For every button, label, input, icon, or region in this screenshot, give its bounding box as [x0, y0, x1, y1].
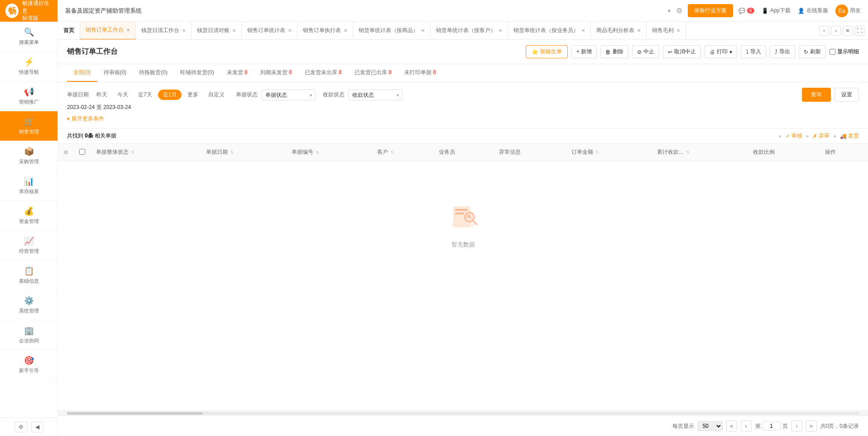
settings-bottom-btn[interactable]: ⚙: [14, 422, 28, 432]
filter-date-1month[interactable]: 近1月: [158, 90, 182, 100]
app-download-label: App下载: [770, 7, 791, 14]
logo-text: 畅捷通好生意 标准版: [22, 0, 52, 22]
tab-close-sales-order[interactable]: ✕: [126, 28, 130, 33]
reject-btn[interactable]: ✗ 弃审: [813, 132, 830, 140]
setting-btn[interactable]: 设置: [834, 88, 859, 102]
sort-collected-icon[interactable]: ⇅: [686, 150, 690, 155]
tab-close-stats-product[interactable]: ✕: [421, 28, 425, 33]
filter-collect-select[interactable]: 收款状态: [348, 90, 403, 100]
tab-close-sales-exec[interactable]: ✕: [344, 28, 347, 33]
sort-date-icon[interactable]: ⇅: [230, 150, 234, 155]
tab-cash-daily[interactable]: 钱货日清工作台 ✕: [136, 22, 192, 40]
new-btn[interactable]: + 新增: [571, 45, 597, 58]
industry-btn[interactable]: 体验行业方案: [688, 4, 733, 17]
settings-header-icon[interactable]: ⚙: [676, 6, 682, 15]
query-btn[interactable]: 查询: [802, 88, 831, 102]
last-page-btn[interactable]: »: [806, 421, 817, 431]
tab-close-stats-customer[interactable]: ✕: [499, 28, 502, 33]
filter-date-today[interactable]: 今天: [113, 90, 132, 100]
select-all-checkbox[interactable]: [79, 149, 85, 155]
scrollbar-thumb[interactable]: [67, 412, 203, 415]
sidebar-item-quicknav[interactable]: ⚡ 快捷导航: [0, 52, 58, 81]
tab-close-sales-stats[interactable]: ✕: [288, 28, 292, 33]
tab-sales-order-exec[interactable]: 销售订单执行表 ✕: [297, 22, 353, 40]
import-btn[interactable]: ⤵ 导入: [741, 45, 766, 58]
sidebar-item-basic[interactable]: 📋 基础信息: [0, 261, 58, 290]
prev-page-btn[interactable]: ‹: [741, 421, 752, 431]
filter-date-label: 单据日期: [67, 91, 89, 99]
sidebar-item-purchase[interactable]: 📦 采购管理: [0, 141, 58, 171]
first-page-btn[interactable]: «: [726, 421, 737, 431]
sort-customer-icon[interactable]: ⇅: [390, 150, 394, 155]
sort-status-icon[interactable]: ⇅: [131, 150, 134, 155]
sub-tab-all[interactable]: 全部(0): [67, 64, 97, 82]
tab-nav-prev[interactable]: ‹: [819, 26, 829, 36]
user-area[interactable]: Ea 用友: [835, 5, 861, 17]
ship-btn[interactable]: 🚚 发货: [840, 132, 859, 140]
sub-tab-overdue[interactable]: 到期未发货 0: [254, 64, 298, 82]
column-settings-icon[interactable]: ⚙: [63, 149, 68, 156]
sub-tab-not-shipped[interactable]: 未发货 0: [221, 64, 254, 82]
sidebar-item-finance[interactable]: 💰 资金管理: [0, 201, 58, 231]
tab-product-margin[interactable]: 商品毛利分析表 ✕: [591, 22, 647, 40]
pagination-page: 第 页: [755, 422, 788, 431]
per-page-select[interactable]: 10 20 50 100: [698, 421, 723, 431]
refresh-btn[interactable]: ↻ 刷新: [799, 45, 826, 58]
sidebar-item-operation[interactable]: 📈 经营管理: [0, 231, 58, 261]
tab-close-all[interactable]: ✕: [843, 26, 853, 36]
sidebar-item-search[interactable]: 🔍 搜索菜单: [0, 22, 58, 52]
tab-close-cash-reconcile[interactable]: ✕: [232, 28, 236, 33]
th-ratio-label: 收款比例: [753, 149, 775, 155]
sub-tab-pending[interactable]: 待审核(0): [97, 64, 133, 82]
filter-date-more[interactable]: 更多: [183, 90, 202, 100]
expand-conditions-btn[interactable]: ▾ 展开更多条件: [67, 115, 859, 123]
tab-nav-next[interactable]: ›: [831, 26, 841, 36]
tab-fullscreen[interactable]: ⛶: [854, 26, 864, 36]
tab-close-more[interactable]: ✕: [676, 28, 680, 33]
delete-btn[interactable]: 🗑 删除: [600, 45, 628, 58]
smart-btn[interactable]: ⭐ 智能生单: [526, 45, 568, 58]
tab-sales-stats-product[interactable]: 销货单统计表（按商品） ✕: [353, 22, 431, 40]
detail-checkbox-label[interactable]: 显示明细: [830, 48, 859, 56]
sub-tab-shipped-not-out[interactable]: 已发货未出库 0: [298, 64, 348, 82]
tab-close-stats-staff[interactable]: ✕: [581, 28, 585, 33]
sub-tab-wangpu[interactable]: 旺铺待发货(0): [174, 64, 221, 82]
online-service-btn[interactable]: 👤 在线客服: [798, 7, 828, 14]
tab-sales-more[interactable]: 销售毛利 ✕: [647, 22, 686, 40]
sub-tab-shipped-out[interactable]: 已发货已出库 0: [348, 64, 398, 82]
sub-tab-pending-label: 待审核(0): [104, 69, 127, 76]
sidebar-item-marketing[interactable]: 📢 营销推广: [0, 81, 58, 111]
tab-sales-order-stats[interactable]: 销售订单统计表 ✕: [242, 22, 297, 40]
tab-sales-stats-staff[interactable]: 销货单统计表（按业务员） ✕: [508, 22, 591, 40]
sidebar-item-enterprise[interactable]: 🏢 企业协同: [0, 320, 58, 350]
sort-amount-icon[interactable]: ⇅: [595, 150, 599, 155]
sidebar-item-sales[interactable]: 🛒 销售管理: [0, 111, 58, 141]
tab-sales-order[interactable]: 销售订单工作台 ✕: [80, 22, 136, 40]
page-input[interactable]: [762, 422, 781, 431]
filter-date-7days[interactable]: 近7天: [134, 90, 156, 100]
sidebar-item-inventory[interactable]: 📊 库存核算: [0, 171, 58, 201]
filter-date-custom[interactable]: 自定义: [204, 90, 229, 100]
stop-btn[interactable]: ⊘ 中止: [632, 45, 659, 58]
next-page-btn[interactable]: ›: [791, 421, 802, 431]
tab-sales-stats-customer[interactable]: 销货单统计表（按客户） ✕: [431, 22, 508, 40]
filter-date-yesterday[interactable]: 昨天: [92, 90, 111, 100]
export-btn[interactable]: ⤴ 导出: [770, 45, 795, 58]
sidebar-item-guide[interactable]: 🎯 新手引导: [0, 350, 58, 380]
print-btn[interactable]: 🖨 打印 ▾: [705, 45, 737, 58]
sub-tab-inspect[interactable]: 待拣验货(0): [133, 64, 174, 82]
approve-btn[interactable]: ✓ 审核: [786, 132, 802, 140]
detail-checkbox[interactable]: [830, 49, 835, 55]
tab-close-margin[interactable]: ✕: [637, 28, 641, 33]
sidebar-item-system[interactable]: ⚙️ 系统管理: [0, 290, 58, 320]
tab-cash-reconcile[interactable]: 钱货日清对账 ✕: [192, 22, 242, 40]
app-download-btn[interactable]: 📱 App下载: [762, 7, 791, 14]
message-btn[interactable]: 💬 6: [739, 8, 754, 14]
sort-number-icon[interactable]: ⇅: [316, 150, 319, 155]
filter-status-select[interactable]: 单据状态: [261, 90, 316, 100]
sub-tab-not-printed[interactable]: 未打印单据 0: [398, 64, 442, 82]
tab-home[interactable]: 首页: [58, 22, 80, 40]
cancel-stop-btn[interactable]: ↩ 取消中止: [663, 45, 701, 58]
collapse-btn[interactable]: ◀: [31, 422, 43, 432]
tab-close-cash-daily[interactable]: ✕: [182, 28, 186, 33]
